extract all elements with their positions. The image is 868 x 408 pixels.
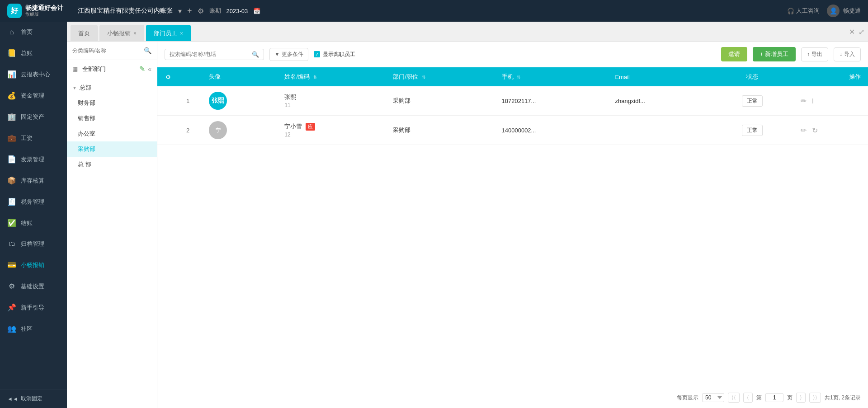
- col-header-status: 状态: [711, 67, 793, 86]
- first-page-button[interactable]: ⟨⟨: [728, 393, 740, 403]
- next-page-button[interactable]: ⟩: [796, 393, 806, 403]
- tab-employee-label: 部门员工: [154, 29, 177, 38]
- user-area[interactable]: 👤 畅捷通: [827, 5, 861, 17]
- dept-item-purchase[interactable]: 采购部: [67, 141, 157, 157]
- company-dropdown-button[interactable]: ▾: [178, 7, 182, 15]
- sidebar-item-invoice[interactable]: 📄 发票管理: [0, 149, 67, 170]
- sidebar-label-guide: 新手引导: [21, 304, 44, 312]
- col-header-email: Email: [608, 67, 711, 86]
- reports-icon: 📊: [7, 70, 16, 79]
- sidebar-label-community: 社区: [21, 325, 33, 333]
- add-employee-button[interactable]: + 新增员工: [753, 47, 796, 61]
- dept-item-sales[interactable]: 销售部: [67, 111, 157, 126]
- sidebar-item-community[interactable]: 👥 社区: [0, 318, 67, 339]
- employee-search-input[interactable]: [170, 51, 249, 57]
- search-icon[interactable]: 🔍: [252, 51, 259, 58]
- period-value: 2023-03: [226, 8, 248, 14]
- tab-expense-close[interactable]: ×: [133, 30, 137, 37]
- col-header-name[interactable]: 姓名/编码 ⇅: [277, 67, 386, 86]
- dept-label-office: 办公室: [78, 130, 95, 138]
- dept-panel: 🔍 ▦ 全部部门 ✎ « ▼ 总部 财务部: [67, 42, 157, 408]
- col-header-settings[interactable]: ⚙: [157, 67, 179, 86]
- app-logo-icon: 好: [7, 4, 22, 18]
- add-company-button[interactable]: +: [187, 6, 192, 16]
- salary-icon: 💼: [7, 134, 16, 142]
- dept-search-icon[interactable]: 🔍: [144, 47, 151, 54]
- sidebar-label-home: 首页: [21, 28, 33, 36]
- dept-search-input[interactable]: [72, 47, 141, 54]
- sidebar-item-reports[interactable]: 📊 云报表中心: [0, 64, 67, 85]
- sidebar-item-inventory[interactable]: 📦 库存核算: [0, 170, 67, 191]
- sidebar-item-ledger[interactable]: 📒 总账: [0, 42, 67, 64]
- dept-collapse-button[interactable]: «: [148, 66, 151, 73]
- dept-item-general[interactable]: 总 部: [67, 157, 157, 172]
- calendar-icon[interactable]: 📅: [253, 8, 260, 14]
- tab-bar-actions: ✕ ⤢: [849, 27, 864, 36]
- import-button[interactable]: ↓ 导入: [834, 47, 861, 61]
- page-content: 🔍 ▦ 全部部门 ✎ « ▼ 总部 财务部: [67, 42, 868, 408]
- sidebar-label-reports: 云报表中心: [21, 70, 50, 79]
- employee-table-container: ⚙ 头像 姓名/编码 ⇅ 部门/职位 ⇅ 手机 ⇅ Email 状态 操作: [157, 67, 868, 387]
- archive-icon: 🗂: [7, 240, 16, 248]
- sidebar-item-guide[interactable]: 📌 新手引导: [0, 297, 67, 318]
- sidebar-item-assets[interactable]: 🏢 固定资产: [0, 106, 67, 127]
- sidebar-label-invoice: 发票管理: [21, 155, 44, 164]
- per-page-select[interactable]: 50 10 20 100: [702, 393, 724, 402]
- capital-icon: 💰: [7, 91, 16, 100]
- page-number-input[interactable]: [765, 393, 783, 402]
- unpin-label: 取消固定: [21, 395, 42, 403]
- sidebar-item-tax[interactable]: 🧾 税务管理: [0, 191, 67, 212]
- home-icon: ⌂: [7, 28, 16, 36]
- invite-button[interactable]: 邀请: [721, 47, 747, 61]
- dept-item-office[interactable]: 办公室: [67, 126, 157, 141]
- dept-header: ▦ 全部部门 ✎ «: [67, 60, 157, 78]
- app-name: 畅捷通好会计: [25, 4, 63, 12]
- sidebar-item-archive[interactable]: 🗂 归档管理: [0, 234, 67, 254]
- edit-icon-row2[interactable]: ✏: [801, 126, 807, 135]
- logout-icon-row1[interactable]: ⊢: [812, 97, 818, 105]
- export-button[interactable]: ↑ 导出: [801, 47, 828, 61]
- col-header-phone[interactable]: 手机 ⇅: [495, 67, 608, 86]
- row2-status: 正常: [711, 116, 793, 145]
- close-tab-button[interactable]: ✕: [849, 27, 855, 36]
- col-header-num: [179, 67, 202, 86]
- sidebar-item-salary[interactable]: 💼 工资: [0, 127, 67, 149]
- sidebar-unpin-button[interactable]: ◄◄ 取消固定: [0, 389, 67, 408]
- refresh-icon-row2[interactable]: ↻: [812, 126, 818, 135]
- edit-icon-row1[interactable]: ✏: [801, 97, 807, 105]
- main-layout: ⌂ 首页 📒 总账 📊 云报表中心 💰 资金管理 🏢 固定资产 💼 工资 📄 发…: [0, 22, 868, 408]
- row1-dept: 采购部: [386, 86, 494, 116]
- expense-icon: 💳: [7, 261, 16, 269]
- row2-email: [608, 116, 711, 145]
- row2-name: 宁小雪 应: [284, 122, 378, 131]
- employee-search-box: 🔍: [165, 49, 264, 60]
- row2-avatar: 宁: [202, 116, 277, 145]
- dept-edit-button[interactable]: ✎: [139, 65, 145, 73]
- tab-employee-close[interactable]: ×: [180, 30, 183, 37]
- col-header-avatar: 头像: [202, 67, 277, 86]
- headset-icon: 🎧: [787, 8, 794, 14]
- sidebar-item-settings[interactable]: ⚙ 基础设置: [0, 276, 67, 297]
- dept-item-head[interactable]: ▼ 总部: [67, 80, 157, 95]
- ledger-icon: 📒: [7, 49, 16, 57]
- last-page-button[interactable]: ⟩⟩: [809, 393, 821, 403]
- export-icon: ↑: [807, 51, 810, 57]
- unpin-icon: ◄◄: [7, 396, 18, 402]
- header-settings-button[interactable]: ⚙: [198, 7, 204, 15]
- sidebar-item-expense[interactable]: 💳 小畅报销: [0, 254, 67, 276]
- expand-tab-button[interactable]: ⤢: [859, 27, 864, 36]
- tab-home[interactable]: 首页: [71, 25, 98, 41]
- service-button[interactable]: 🎧 人工咨询: [787, 7, 820, 15]
- sidebar-item-home[interactable]: ⌂ 首页: [0, 22, 67, 42]
- prev-page-button[interactable]: ⟨: [743, 393, 753, 403]
- more-filter-button[interactable]: ▼ 更多条件: [269, 48, 308, 61]
- sidebar-item-capital[interactable]: 💰 资金管理: [0, 85, 67, 106]
- col-header-dept[interactable]: 部门/职位 ⇅: [386, 67, 494, 86]
- assets-icon: 🏢: [7, 113, 16, 121]
- tab-expense[interactable]: 小畅报销 ×: [99, 25, 144, 41]
- sidebar-item-closing[interactable]: ✅ 结账: [0, 212, 67, 234]
- export-label: 导出: [811, 51, 822, 58]
- tab-employee[interactable]: 部门员工 ×: [146, 25, 191, 41]
- show-resigned-toggle[interactable]: ✓ 显示离职员工: [314, 51, 355, 58]
- dept-item-finance[interactable]: 财务部: [67, 95, 157, 111]
